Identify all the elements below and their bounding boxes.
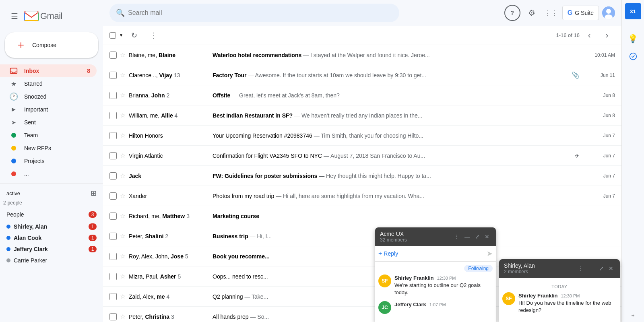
- people-label: People: [6, 211, 24, 218]
- person-jeffery-clark[interactable]: Jeffery Clark 1: [6, 244, 97, 255]
- shirley-alan-chat-header[interactable]: Shirley, Alan 2 members ⋮ — ⤢ ✕: [499, 259, 620, 278]
- close-chat-button[interactable]: ✕: [483, 233, 491, 241]
- more-options-chat-button[interactable]: ⋮: [452, 233, 461, 241]
- nav-more[interactable]: ...: [0, 167, 97, 180]
- minimize-chat2-button[interactable]: —: [587, 264, 596, 272]
- page-numbers: 1-16 of 16: [556, 32, 580, 38]
- chat-reply-bar: + Reply ➤: [375, 246, 496, 262]
- apps-button[interactable]: ⋮⋮: [543, 5, 559, 21]
- active-expand-icon[interactable]: ⊞: [91, 189, 97, 198]
- table-row[interactable]: ☆ Clarence .., Vijay 13 Factory Tour — A…: [103, 65, 621, 85]
- select-dropdown-icon[interactable]: ▼: [119, 33, 123, 37]
- row-checkbox[interactable]: [109, 152, 117, 159]
- add-button[interactable]: +: [631, 312, 634, 319]
- calendar-icon[interactable]: 31: [625, 3, 641, 19]
- sender: Xander: [129, 193, 209, 199]
- table-row[interactable]: ☆ Hilton Honors Your Upcoming Reservatio…: [103, 126, 621, 146]
- row-checkbox[interactable]: [109, 92, 117, 99]
- sender: Mizra, Paul, Asher 5: [129, 273, 209, 280]
- more-options-chat2-button[interactable]: ⋮: [576, 264, 585, 272]
- chat-message: SF Shirley Franklin 12:30 PM Hi! Do you …: [502, 292, 617, 314]
- user-avatar[interactable]: [602, 6, 615, 19]
- table-row[interactable]: ☆ Jack FW: Guidelines for poster submiss…: [103, 166, 621, 186]
- gsuite-button[interactable]: G G Suite: [562, 6, 599, 20]
- person-shirley-alan[interactable]: Shirley, Alan 1: [6, 221, 97, 232]
- table-row[interactable]: ☆ Blaine, me, Blaine Waterloo hotel reco…: [103, 45, 621, 65]
- people-section: People 3 Shirley, Alan 1 Alan Cook 1 Jef…: [0, 206, 103, 266]
- person-left: Alan Cook: [6, 235, 41, 241]
- star-icon[interactable]: ☆: [120, 313, 126, 320]
- star-icon[interactable]: ☆: [120, 152, 126, 159]
- star-icon[interactable]: ☆: [120, 71, 126, 79]
- refresh-button[interactable]: ↻: [126, 27, 142, 43]
- star-icon[interactable]: ☆: [120, 212, 126, 220]
- star-icon[interactable]: ☆: [120, 91, 126, 99]
- row-checkbox[interactable]: [109, 233, 117, 240]
- nav-inbox[interactable]: Inbox 8: [0, 64, 97, 77]
- send-reply-button[interactable]: ➤: [487, 249, 493, 258]
- compose-button[interactable]: + Compose: [5, 32, 98, 58]
- star-icon[interactable]: ☆: [120, 132, 126, 139]
- row-checkbox[interactable]: [109, 192, 117, 200]
- close-chat2-button[interactable]: ✕: [607, 264, 615, 272]
- active-chat-section: active ⊞: [0, 187, 103, 199]
- help-button[interactable]: ?: [504, 5, 520, 21]
- row-checkbox[interactable]: [109, 313, 117, 320]
- row-checkbox[interactable]: [109, 52, 117, 59]
- msg-avatar-shirley: SF: [378, 275, 391, 287]
- person-carrie-parker[interactable]: Carrie Parker: [6, 255, 97, 266]
- star-icon[interactable]: ☆: [120, 172, 126, 180]
- prev-page-button[interactable]: ‹: [581, 27, 597, 43]
- table-row[interactable]: ☆ Xander Photos from my road trip — Hi a…: [103, 186, 621, 206]
- row-checkbox[interactable]: [109, 273, 117, 280]
- star-icon[interactable]: ☆: [120, 293, 126, 300]
- nav-sent[interactable]: ➤ Sent: [0, 116, 97, 129]
- nav-starred[interactable]: ★ Starred: [0, 77, 97, 90]
- hamburger-button[interactable]: ☰: [6, 8, 23, 24]
- row-checkbox[interactable]: [109, 132, 117, 139]
- sidebar-header: ☰ Gmail: [0, 3, 103, 29]
- nav-team[interactable]: Team: [0, 129, 97, 142]
- table-row[interactable]: ☆ Brianna, John 2 Offsite — Great, let's…: [103, 85, 621, 105]
- subject-preview: Best Indian Restaurant in SF? — We haven…: [213, 112, 580, 119]
- person-alan-cook[interactable]: Alan Cook 1: [6, 232, 97, 244]
- nav-new-rfps[interactable]: New RFPs: [0, 142, 97, 155]
- row-checkbox[interactable]: [109, 72, 117, 79]
- nav-snoozed[interactable]: 🕐 Snoozed: [0, 90, 97, 103]
- star-icon[interactable]: ☆: [120, 111, 126, 119]
- select-all-checkbox[interactable]: [109, 32, 116, 39]
- lightbulb-icon[interactable]: 💡: [625, 31, 641, 47]
- expand-chat-button[interactable]: ⤢: [473, 233, 481, 241]
- table-row[interactable]: ☆ William, me, Allie 4 Best Indian Resta…: [103, 105, 621, 126]
- row-checkbox[interactable]: [109, 213, 117, 220]
- msg-avatar-jeffery: JC: [378, 301, 391, 314]
- nav-important[interactable]: ► Important: [0, 103, 97, 116]
- next-page-button[interactable]: ›: [599, 27, 615, 43]
- row-checkbox[interactable]: [109, 112, 117, 119]
- star-icon[interactable]: ☆: [120, 51, 126, 59]
- subject-preview: Your Upcoming Reservation #20983746 — Ti…: [213, 132, 580, 139]
- plane-icon: ✈: [575, 153, 580, 159]
- task-icon[interactable]: [625, 48, 641, 64]
- star-icon[interactable]: ☆: [120, 192, 126, 200]
- row-checkbox[interactable]: [109, 172, 117, 180]
- reply-button[interactable]: + Reply: [378, 250, 398, 257]
- settings-button[interactable]: ⚙: [524, 5, 540, 21]
- msg-sender: Shirley Franklin: [518, 293, 558, 299]
- table-row[interactable]: ☆ Virgin Atlantic Confirmation for Fligh…: [103, 146, 621, 166]
- star-icon[interactable]: ☆: [120, 252, 126, 260]
- row-checkbox[interactable]: [109, 293, 117, 300]
- search-input[interactable]: [128, 9, 393, 17]
- more-options-button[interactable]: ⋮: [146, 27, 162, 43]
- star-icon[interactable]: ☆: [120, 232, 126, 240]
- table-row[interactable]: ☆ Richard, me, Matthew 3 Marketing cours…: [103, 206, 621, 226]
- subject-preview: FW: Guidelines for poster submissions — …: [213, 173, 580, 179]
- row-checkbox[interactable]: [109, 253, 117, 260]
- person-left: Shirley, Alan: [6, 223, 47, 230]
- star-icon[interactable]: ☆: [120, 272, 126, 280]
- acme-ux-chat-header[interactable]: Acme UX 32 members ⋮ — ⤢ ✕: [375, 227, 496, 246]
- expand-chat2-button[interactable]: ⤢: [597, 264, 605, 272]
- minimize-chat-button[interactable]: —: [463, 233, 472, 241]
- nav-projects[interactable]: Projects: [0, 155, 97, 167]
- people-total-badge: 3: [89, 211, 97, 218]
